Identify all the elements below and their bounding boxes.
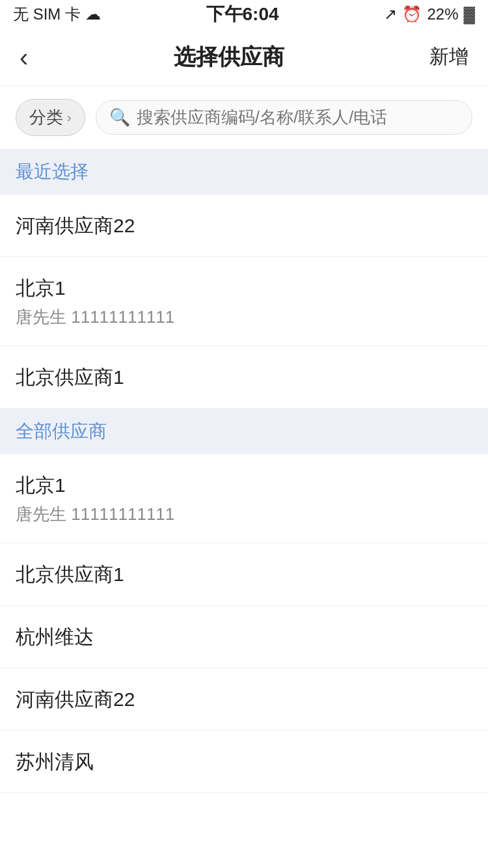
battery-icon: ▓ <box>463 5 475 23</box>
list-item[interactable]: 杭州维达 <box>0 606 488 668</box>
item-name: 北京供应商1 <box>16 562 472 588</box>
category-button[interactable]: 分类 › <box>16 99 85 136</box>
list-item[interactable]: 北京1唐先生 11111111111 <box>0 257 488 346</box>
search-input[interactable] <box>137 107 459 128</box>
item-name: 北京1 <box>16 275 472 302</box>
item-name: 苏州清风 <box>16 749 472 776</box>
list-item[interactable]: 北京供应商1 <box>0 543 488 606</box>
status-bar: 无 SIM 卡 ☁ 下午6:04 ↗ ⏰ 22% ▓ <box>0 0 488 29</box>
chevron-right-icon: › <box>67 110 72 125</box>
sim-label: 无 SIM 卡 ☁ <box>13 4 101 25</box>
battery-label: 22% <box>427 5 458 23</box>
item-name: 北京1 <box>16 472 472 499</box>
sections-container: 最近选择河南供应商22北京1唐先生 11111111111北京供应商1全部供应商… <box>0 149 488 793</box>
location-icon: ↗ <box>384 5 397 23</box>
search-icon: 🔍 <box>109 107 130 128</box>
item-sub: 唐先生 11111111111 <box>16 306 472 329</box>
filter-bar: 分类 › 🔍 <box>0 86 488 149</box>
item-sub: 唐先生 11111111111 <box>16 503 472 526</box>
add-button[interactable]: 新增 <box>429 44 468 70</box>
status-left: 无 SIM 卡 ☁ <box>13 4 101 25</box>
item-name: 河南供应商22 <box>16 686 472 713</box>
item-name: 杭州维达 <box>16 624 472 651</box>
list-item[interactable]: 河南供应商22 <box>0 195 488 257</box>
category-label: 分类 <box>29 106 63 129</box>
item-name: 河南供应商22 <box>16 213 472 239</box>
nav-bar: ‹ 选择供应商 新增 <box>0 29 488 86</box>
list-item[interactable]: 苏州清风 <box>0 731 488 793</box>
list-item[interactable]: 北京供应商1 <box>0 346 488 409</box>
search-box[interactable]: 🔍 <box>96 100 472 135</box>
back-button[interactable]: ‹ <box>20 44 28 70</box>
section-header-all: 全部供应商 <box>0 409 488 454</box>
list-item[interactable]: 北京1唐先生 11111111111 <box>0 454 488 543</box>
list-item[interactable]: 河南供应商22 <box>0 668 488 731</box>
page-title: 选择供应商 <box>174 42 284 72</box>
status-time: 下午6:04 <box>206 2 279 27</box>
alarm-icon: ⏰ <box>402 5 422 23</box>
section-header-recent: 最近选择 <box>0 149 488 195</box>
item-name: 北京供应商1 <box>16 364 472 391</box>
status-right: ↗ ⏰ 22% ▓ <box>384 5 475 23</box>
